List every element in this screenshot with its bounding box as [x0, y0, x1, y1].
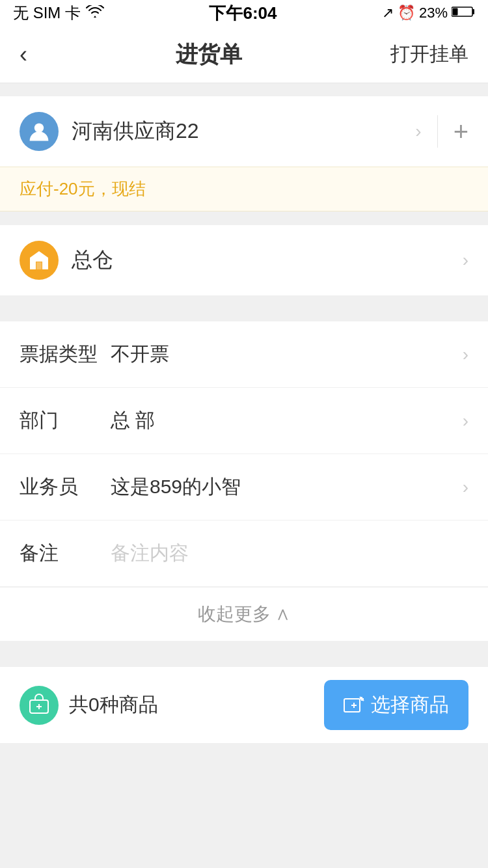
product-info: 共0种商品 — [20, 686, 158, 725]
person-icon — [27, 120, 51, 143]
department-label: 部门 — [20, 407, 111, 434]
status-time: 下午6:04 — [209, 2, 277, 25]
notice-banner: 应付-20元，现结 — [0, 167, 488, 211]
remark-label: 备注 — [20, 540, 111, 567]
warehouse-icon — [27, 249, 51, 272]
select-product-button[interactable]: 选择商品 — [324, 680, 468, 730]
select-product-label: 选择商品 — [371, 692, 449, 718]
nav-bar: ‹ 进货单 打开挂单 — [0, 26, 488, 83]
warehouse-chevron-icon: › — [463, 250, 468, 271]
salesperson-label: 业务员 — [20, 474, 111, 500]
svg-rect-1 — [472, 9, 474, 14]
section-gap-4 — [0, 641, 488, 654]
remark-input[interactable]: 备注内容 — [111, 540, 468, 567]
collapse-label: 收起更多 ∧ — [198, 602, 291, 627]
svg-point-3 — [34, 123, 44, 132]
invoice-type-chevron-icon: › — [463, 344, 468, 365]
collapse-button[interactable]: 收起更多 ∧ — [0, 587, 488, 641]
location-icon: ↗ — [382, 5, 394, 21]
add-supplier-button[interactable]: + — [454, 117, 468, 146]
product-icon-wrap — [20, 686, 59, 725]
supplier-section: 河南供应商22 › + 应付-20元，现结 — [0, 96, 488, 211]
section-gap-1 — [0, 83, 488, 96]
invoice-type-label: 票据类型 — [20, 341, 111, 368]
status-right: ↗ ⏰ 23% — [382, 5, 475, 21]
salesperson-chevron-icon: › — [463, 477, 468, 498]
notice-text: 应付-20元，现结 — [20, 179, 146, 198]
invoice-type-value: 不开票 — [111, 341, 463, 368]
alarm-icon: ⏰ — [398, 5, 415, 21]
page-title: 进货单 — [176, 40, 242, 70]
product-icon — [27, 694, 51, 717]
section-gap-2 — [0, 211, 488, 224]
department-row[interactable]: 部门 总 部 › — [0, 388, 488, 454]
supplier-divider — [437, 115, 438, 148]
department-value: 总 部 — [111, 407, 463, 434]
battery-label: 23% — [419, 5, 448, 21]
invoice-type-row[interactable]: 票据类型 不开票 › — [0, 321, 488, 388]
select-product-icon — [344, 696, 364, 714]
department-chevron-icon: › — [463, 411, 468, 431]
remark-row[interactable]: 备注 备注内容 — [0, 521, 488, 587]
warehouse-section: 总仓 › — [0, 224, 488, 295]
form-section: 票据类型 不开票 › 部门 总 部 › 业务员 这是859的小智 › 备注 备注… — [0, 321, 488, 641]
supplier-chevron-icon: › — [415, 121, 421, 142]
sim-label: 无 SIM 卡 — [13, 3, 81, 23]
warehouse-row[interactable]: 总仓 › — [0, 224, 488, 295]
battery-icon — [452, 5, 475, 21]
product-count-label: 共0种商品 — [69, 692, 158, 718]
warehouse-name: 总仓 — [72, 246, 463, 275]
warehouse-icon-wrap — [20, 241, 59, 280]
status-bar: 无 SIM 卡 下午6:04 ↗ ⏰ 23% — [0, 0, 488, 26]
bottom-bar: 共0种商品 选择商品 — [0, 667, 488, 743]
supplier-avatar — [20, 112, 59, 151]
salesperson-value: 这是859的小智 — [111, 474, 463, 500]
section-gap-3 — [0, 295, 488, 308]
salesperson-row[interactable]: 业务员 这是859的小智 › — [0, 454, 488, 521]
back-button[interactable]: ‹ — [20, 41, 27, 68]
supplier-row[interactable]: 河南供应商22 › + — [0, 96, 488, 167]
supplier-name: 河南供应商22 — [72, 117, 415, 146]
open-pending-button[interactable]: 打开挂单 — [390, 41, 468, 68]
svg-rect-2 — [452, 8, 457, 16]
svg-rect-5 — [36, 262, 42, 269]
wifi-icon — [86, 4, 104, 22]
status-left: 无 SIM 卡 — [13, 3, 104, 23]
